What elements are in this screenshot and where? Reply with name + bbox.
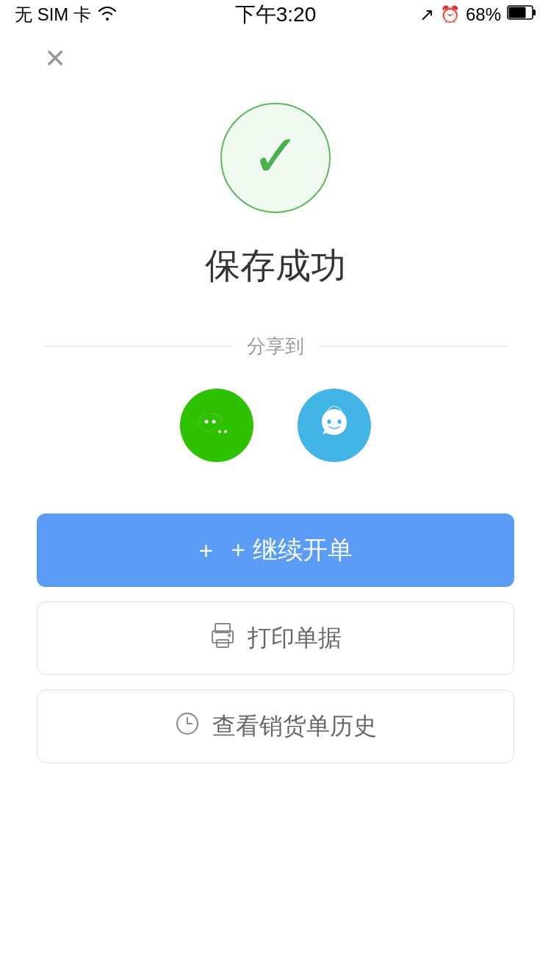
wechat-share-button[interactable] [180,389,253,462]
print-button[interactable]: 打印单据 [37,602,514,675]
divider-line-left [44,346,232,347]
svg-point-8 [224,430,227,433]
svg-point-5 [205,420,209,424]
plus-icon: + [198,536,213,565]
svg-rect-1 [533,10,536,15]
divider-line-right [319,346,507,347]
print-label: 打印单据 [248,622,342,655]
battery-icon [507,4,536,25]
qq-share-button[interactable] [298,389,371,462]
status-time: 下午3:20 [235,1,317,29]
status-left: 无 SIM 卡 [15,3,118,26]
print-icon [209,622,236,655]
buttons-container: + + 继续开单 打印单据 查看销货单历史 [0,514,551,763]
svg-point-9 [328,419,331,424]
svg-point-7 [218,430,221,433]
success-title: 保存成功 [205,242,346,289]
close-button[interactable]: ✕ [37,40,73,77]
svg-rect-2 [509,7,526,18]
main-content: ✓ 保存成功 分享到 [0,29,551,980]
share-icons-container [180,389,371,462]
sim-status: 无 SIM 卡 [15,3,91,26]
continue-button[interactable]: + + 继续开单 [37,514,514,587]
wifi-icon [97,4,118,25]
alarm-icon: ⏰ [440,5,460,24]
svg-point-14 [228,634,231,637]
battery-percent: 68% [466,4,501,25]
history-icon [174,710,201,743]
status-bar: 无 SIM 卡 下午3:20 ↗ ⏰ 68% [0,0,551,29]
status-right: ↗ ⏰ 68% [419,4,536,25]
history-label: 查看销货单历史 [212,710,377,743]
svg-point-10 [338,419,342,424]
continue-label: + 继续开单 [231,533,352,567]
share-divider: 分享到 [0,334,551,359]
location-icon: ↗ [419,4,434,25]
success-circle: ✓ [220,103,331,213]
share-label: 分享到 [232,334,319,359]
history-button[interactable]: 查看销货单历史 [37,690,514,763]
checkmark-icon: ✓ [251,127,300,186]
close-icon: ✕ [44,43,66,74]
svg-point-6 [212,420,216,424]
